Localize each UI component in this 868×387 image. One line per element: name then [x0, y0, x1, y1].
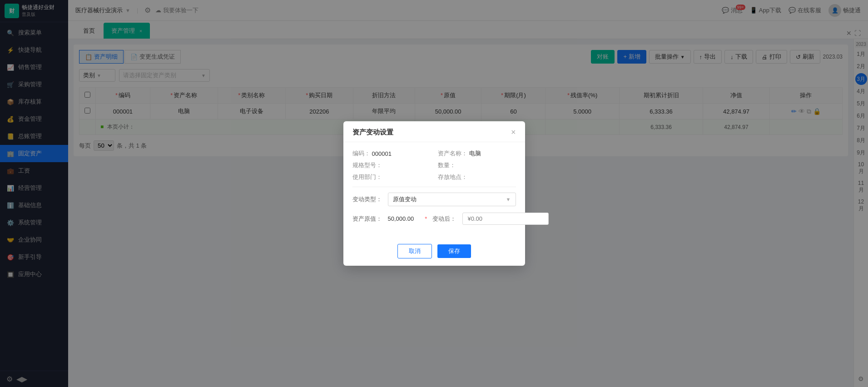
dialog-body: 编码： 000001 资产名称： 电脑 规格型号： 数量： 使用部门：	[343, 142, 525, 238]
change-type-value: 原值变动	[393, 195, 417, 203]
dialog-spec-item: 规格型号：	[352, 161, 431, 169]
dialog-footer: 取消 保存	[343, 238, 525, 266]
dialog-header: 资产变动设置 ×	[343, 121, 525, 142]
change-type-dropdown-icon: ▼	[506, 197, 511, 202]
dialog-spec-label: 规格型号：	[352, 161, 382, 169]
dialog-divider	[352, 187, 516, 187]
dialog-title: 资产变动设置	[352, 128, 393, 137]
cancel-label: 取消	[409, 248, 421, 254]
original-value-row: 资产原值： 50,000.00 * 变动后：	[352, 213, 516, 225]
save-label: 保存	[448, 248, 460, 254]
change-type-select[interactable]: 原值变动 ▼	[388, 193, 516, 206]
dialog-asset-name-label: 资产名称：	[438, 149, 467, 158]
cancel-button[interactable]: 取消	[397, 244, 432, 258]
after-change-required: *	[425, 215, 427, 222]
asset-change-dialog: 资产变动设置 × 编码： 000001 资产名称： 电脑 规格型号： 数量：	[343, 121, 525, 266]
dialog-department-label: 使用部门：	[352, 173, 382, 181]
dialog-code-item: 编码： 000001	[352, 149, 431, 158]
dialog-location-label: 存放地点：	[438, 173, 467, 181]
after-change-label: 变动后：	[432, 215, 456, 223]
dialog-close-icon[interactable]: ×	[511, 128, 516, 137]
after-change-input[interactable]	[462, 213, 549, 225]
save-button[interactable]: 保存	[437, 244, 471, 258]
original-value-label: 资产原值：	[352, 215, 384, 223]
dialog-location-item: 存放地点：	[438, 173, 516, 181]
dialog-asset-name-item: 资产名称： 电脑	[438, 149, 516, 158]
change-type-row: 变动类型： 原值变动 ▼	[352, 193, 516, 206]
original-value-display: 50,000.00	[388, 215, 414, 222]
dialog-overlay: 资产变动设置 × 编码： 000001 资产名称： 电脑 规格型号： 数量：	[0, 0, 868, 387]
dialog-code-label: 编码：	[352, 149, 370, 158]
dialog-info-grid: 编码： 000001 资产名称： 电脑 规格型号： 数量： 使用部门：	[352, 149, 516, 181]
change-type-label: 变动类型：	[352, 195, 384, 203]
dialog-quantity-item: 数量：	[438, 161, 516, 169]
dialog-asset-name-value: 电脑	[469, 149, 481, 158]
dialog-quantity-label: 数量：	[438, 161, 456, 169]
dialog-department-item: 使用部门：	[352, 173, 431, 181]
dialog-code-value: 000001	[372, 150, 392, 157]
